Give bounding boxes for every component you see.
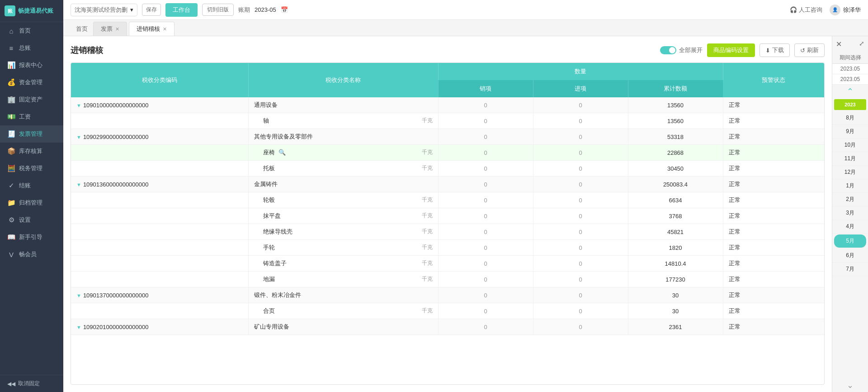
table-row: 铸造盖子千克 0 0 14810.4 正常 — [71, 256, 824, 272]
sidebar-item-assets[interactable]: 🏢 固定资产 — [0, 91, 63, 108]
tab-invoice-label: 发票 — [101, 25, 113, 33]
month-item[interactable]: 3月 — [832, 206, 868, 220]
sidebar-item-ledger[interactable]: ≡ 总账 — [0, 39, 63, 57]
month-item[interactable]: 6月 — [832, 249, 868, 263]
td-status: 正常 — [723, 161, 824, 177]
year-label: 2023 — [834, 99, 866, 110]
month-item[interactable]: 4月 — [832, 220, 868, 234]
table-row: ▼10902010000000000000 矿山专用设备 0 0 2361 正常 — [71, 319, 824, 335]
save-button[interactable]: 保存 — [142, 4, 161, 16]
td-name: 座椅🔍千克 — [248, 145, 438, 161]
old-version-button[interactable]: 切到旧版 — [202, 4, 234, 16]
td-code-empty — [71, 192, 248, 208]
expand-icon[interactable]: ▼ — [76, 182, 81, 187]
table-row: 合页千克 0 0 30 正常 — [71, 303, 824, 319]
td-purchase: 0 — [533, 208, 628, 224]
td-name: 托板千克 — [248, 161, 438, 177]
workbench-button[interactable]: 工作台 — [165, 3, 198, 17]
expand-icon[interactable]: ▼ — [76, 103, 81, 108]
sidebar-item-guide[interactable]: 📖 新手引导 — [0, 229, 63, 246]
month-item[interactable]: 8月 — [832, 111, 868, 125]
sidebar-item-settings[interactable]: ⚙ 设置 — [0, 211, 63, 229]
sidebar-item-invoice[interactable]: 🧾 发票管理 — [0, 125, 63, 143]
sidebar-item-inventory[interactable]: 📦 库存核算 — [0, 143, 63, 160]
td-purchase: 0 — [533, 319, 628, 335]
sidebar-item-reports[interactable]: 📊 报表中心 — [0, 57, 63, 74]
td-status: 正常 — [723, 192, 824, 208]
sidebar-item-label: 首页 — [19, 27, 31, 35]
sidebar-item-label: 新手引导 — [19, 233, 42, 241]
scroll-down-button[interactable]: ⌄ — [832, 378, 868, 392]
month-item[interactable]: 11月 — [832, 152, 868, 166]
expand-toggle[interactable]: 全部展开 — [660, 46, 703, 54]
td-status: 正常 — [723, 224, 824, 240]
sidebar-item-tax[interactable]: 🧮 税务管理 — [0, 160, 63, 177]
expand-icon[interactable]: ▼ — [76, 134, 81, 140]
panel-expand-button[interactable]: ⤢ — [859, 40, 864, 48]
tab-bar: 首页 发票 ✕ 进销稽核 ✕ — [63, 20, 868, 36]
sidebar-item-archive[interactable]: 📁 归档管理 — [0, 194, 63, 211]
sidebar-item-label: 库存核算 — [19, 147, 42, 155]
sidebar-item-finance[interactable]: 💰 资金管理 — [0, 74, 63, 91]
member-icon: V — [7, 251, 15, 258]
sidebar-item-label: 发票管理 — [19, 130, 42, 138]
sidebar-item-payroll[interactable]: 💵 工资 — [0, 108, 63, 125]
tab-invoice[interactable]: 发票 ✕ — [93, 22, 127, 36]
td-sales: 0 — [438, 256, 533, 272]
tab-reconcile[interactable]: 进销稽核 ✕ — [129, 22, 175, 36]
td-total: 13560 — [628, 97, 723, 113]
data-table-container: 税收分类编码 税收分类名称 数量 预警状态 销项 进项 累计数额 ▼109010 — [71, 62, 825, 385]
company-selector[interactable]: 沈海英测试经营勿删 ▾ — [71, 4, 137, 16]
td-purchase: 0 — [533, 256, 628, 272]
expand-icon[interactable]: ▼ — [76, 293, 81, 298]
td-code-empty — [71, 208, 248, 224]
toggle-on-indicator[interactable] — [660, 46, 676, 54]
month-item[interactable]: 5月 — [834, 234, 866, 248]
month-item[interactable]: 12月 — [832, 166, 868, 179]
assets-icon: 🏢 — [7, 96, 15, 104]
month-item[interactable]: 7月 — [832, 263, 868, 276]
expand-icon[interactable]: ▼ — [76, 325, 81, 330]
tab-reconcile-close[interactable]: ✕ — [163, 26, 167, 32]
td-status: 正常 — [723, 97, 824, 113]
td-sales: 0 — [438, 145, 533, 161]
download-button[interactable]: ⬇ 下载 — [760, 43, 790, 57]
avatar: 👤 — [830, 5, 840, 15]
sidebar-item-label: 报表中心 — [19, 61, 42, 69]
month-item[interactable]: 9月 — [832, 125, 868, 139]
sidebar-item-home[interactable]: ⌂ 首页 — [0, 22, 63, 39]
sidebar-item-closing[interactable]: ✓ 结账 — [0, 177, 63, 194]
tab-home[interactable]: 首页 — [71, 22, 93, 36]
th-quantity-group: 数量 — [438, 63, 723, 80]
content-area: 进销稽核 全部展开 商品编码设置 ⬇ 下载 ↺ 刷新 — [63, 36, 832, 392]
scroll-up-button[interactable]: ⌃ — [832, 85, 868, 98]
refresh-button[interactable]: ↺ 刷新 — [794, 43, 825, 57]
td-status: 正常 — [723, 240, 824, 256]
month-item[interactable]: 10月 — [832, 139, 868, 152]
search-icon-small[interactable]: 🔍 — [278, 149, 286, 156]
panel-close-button[interactable]: ✕ — [836, 40, 842, 48]
month-item[interactable]: 2月 — [832, 193, 868, 206]
period-year-1: 2023.05 — [832, 64, 868, 74]
td-sales: 0 — [438, 240, 533, 256]
calendar-icon[interactable]: 📅 — [281, 6, 288, 13]
td-name: 抹平盘千克 — [248, 208, 438, 224]
product-code-setting-button[interactable]: 商品编码设置 — [707, 43, 755, 57]
data-table: 税收分类编码 税收分类名称 数量 预警状态 销项 进项 累计数额 ▼109010 — [71, 63, 824, 335]
month-item[interactable]: 1月 — [832, 179, 868, 193]
td-name: 金属铸件 — [248, 177, 438, 192]
header-right: 🎧 人工咨询 👤 徐泽华 — [790, 5, 861, 15]
title-actions: 全部展开 商品编码设置 ⬇ 下载 ↺ 刷新 — [660, 43, 825, 57]
td-total: 250083.4 — [628, 177, 723, 192]
sidebar-item-member[interactable]: V 畅会员 — [0, 246, 63, 263]
user-info[interactable]: 👤 徐泽华 — [830, 5, 861, 15]
unpin-label: 取消固定 — [18, 380, 40, 387]
sidebar-unpin[interactable]: ◀◀ 取消固定 — [0, 375, 63, 392]
ledger-icon: ≡ — [7, 44, 15, 52]
tab-reconcile-label: 进销稽核 — [137, 25, 160, 33]
refresh-icon: ↺ — [800, 47, 805, 54]
customer-service[interactable]: 🎧 人工咨询 — [790, 6, 822, 14]
right-panel: ✕ ⤢ 期间选择 2023.05 2023.05 ⌃ 20238月9月10月11… — [832, 36, 868, 392]
td-sales: 0 — [438, 303, 533, 319]
tab-invoice-close[interactable]: ✕ — [115, 26, 119, 32]
